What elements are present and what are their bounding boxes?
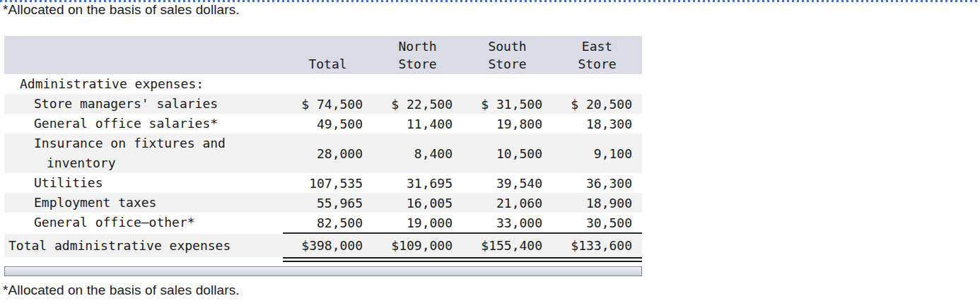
- cell-east: 30,500: [552, 215, 642, 230]
- row-total-administrative-expenses: Total administrative expenses $398,000 $…: [4, 234, 642, 257]
- cell-north: $109,000: [373, 238, 462, 253]
- cell-total: 28,000: [283, 134, 373, 173]
- report-page: *Allocated on the basis of sales dollars…: [0, 0, 980, 308]
- row-label: Insurance on fixtures and inventory: [4, 134, 283, 173]
- horizontal-scrollbar[interactable]: [4, 266, 642, 276]
- table-header-row: Total North Store South Store East Store: [4, 36, 642, 74]
- cell-north: 8,400: [373, 134, 462, 173]
- cell-north: $ 22,500: [373, 97, 462, 112]
- cell-south: $155,400: [462, 238, 552, 253]
- grand-total-double-rule: [283, 257, 642, 262]
- cell-total: $ 74,500: [283, 97, 373, 112]
- row-general-office-other: General office–other* 82,500 19,000 33,0…: [4, 213, 642, 232]
- total-row-label: Total administrative expenses: [4, 236, 283, 256]
- cell-east: 36,300: [552, 176, 642, 191]
- column-header-east-store: East Store: [552, 37, 642, 74]
- row-label: General office–other*: [4, 213, 283, 232]
- footnote-bottom: *Allocated on the basis of sales dollars…: [3, 283, 240, 298]
- cell-total: 107,535: [283, 176, 373, 191]
- row-insurance-on-fixtures-and-inventory: Insurance on fixtures and inventory 28,0…: [4, 134, 642, 173]
- column-header-south-store: South Store: [462, 37, 552, 74]
- cell-south: $ 31,500: [462, 97, 552, 112]
- cell-total: 55,965: [283, 196, 373, 211]
- row-store-managers-salaries: Store managers' salaries $ 74,500 $ 22,5…: [4, 94, 642, 114]
- row-label: General office salaries*: [4, 114, 283, 134]
- row-employment-taxes: Employment taxes 55,965 16,005 21,060 18…: [4, 193, 642, 213]
- cell-north: 31,695: [373, 176, 462, 191]
- cell-south: 19,800: [462, 117, 552, 131]
- column-header-total: Total: [283, 37, 373, 74]
- footnote-top: *Allocated on the basis of sales dollars…: [3, 2, 240, 18]
- cell-east: 18,300: [552, 117, 642, 131]
- row-label: Store managers' salaries: [4, 94, 283, 114]
- cell-east: $ 20,500: [552, 97, 642, 112]
- row-utilities: Utilities 107,535 31,695 39,540 36,300: [4, 173, 642, 193]
- cell-north: 11,400: [373, 117, 462, 131]
- cell-south: 21,060: [462, 196, 552, 211]
- section-header-label: Administrative expenses:: [4, 74, 283, 94]
- row-label: Employment taxes: [4, 193, 283, 213]
- cell-south: 33,000: [462, 215, 552, 230]
- cell-total: $398,000: [283, 238, 373, 253]
- row-general-office-salaries: General office salaries* 49,500 11,400 1…: [4, 114, 642, 134]
- cell-north: 19,000: [373, 215, 462, 230]
- cell-east: 18,900: [552, 196, 642, 211]
- admin-expense-table: Total North Store South Store East Store…: [4, 36, 642, 262]
- cell-south: 39,540: [462, 176, 552, 191]
- cell-total: 49,500: [283, 117, 373, 131]
- row-label: Utilities: [4, 173, 283, 193]
- column-header-north-store: North Store: [373, 37, 462, 74]
- cell-east: $133,600: [552, 238, 642, 253]
- cell-east: 9,100: [552, 134, 642, 173]
- section-row-administrative-expenses: Administrative expenses:: [4, 74, 642, 94]
- cell-south: 10,500: [462, 134, 552, 173]
- cell-north: 16,005: [373, 196, 462, 211]
- cell-total: 82,500: [283, 215, 373, 230]
